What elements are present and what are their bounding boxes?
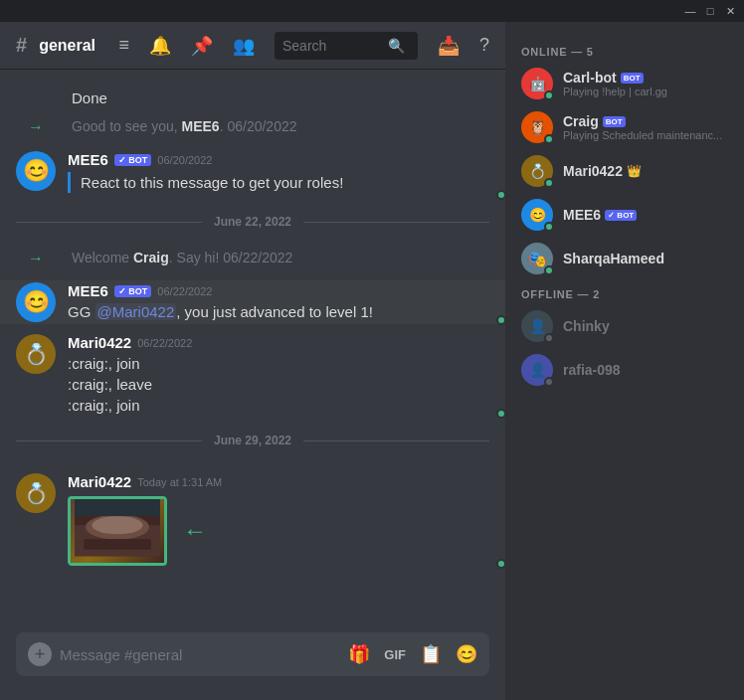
author-line: Mari0422 06/22/2022 — [68, 334, 489, 351]
channel-area: # general ≡ 🔔 📌 👥 🔍 📥 ? Done — [0, 22, 505, 700]
maximize-button[interactable]: □ — [704, 5, 716, 17]
system-message-row: → Good to see you, MEE6. 06/20/2022 — [0, 113, 505, 141]
system-message-text: Good to see you, MEE6. 06/20/2022 — [72, 117, 297, 137]
author-name: MEE6 — [68, 151, 108, 168]
avatar: 💍 — [16, 334, 56, 374]
image-thumbnail[interactable] — [68, 496, 167, 566]
date-divider: June 29, 2022 — [0, 418, 505, 463]
message-text: Done — [72, 88, 107, 108]
search-input[interactable] — [282, 38, 382, 54]
author-line: Mari0422 Today at 1:31 AM — [68, 473, 489, 490]
message-input[interactable] — [60, 646, 340, 663]
help-icon[interactable]: ? — [479, 35, 489, 56]
message-row: 😊 MEE6 ✓ BOT 06/20/2022 React to this me… — [0, 149, 505, 199]
members-icon[interactable]: 👥 — [233, 35, 255, 57]
search-bar[interactable]: 🔍 — [275, 32, 418, 60]
member-info: MEE6 ✓ BOT — [563, 207, 728, 223]
member-avatar: 💍 — [521, 155, 553, 187]
inbox-icon[interactable]: 📥 — [438, 35, 460, 57]
svg-point-3 — [92, 516, 142, 534]
member-bot-badge: BOT — [603, 116, 626, 127]
timestamp: Today at 1:31 AM — [137, 476, 222, 488]
member-avatar: 🎭 — [521, 243, 553, 274]
member-item[interactable]: 👤 rafia-098 — [513, 348, 736, 392]
message-content: MEE6 ✓ BOT 06/20/2022 React to this mess… — [68, 151, 489, 197]
timestamp: 06/22/2022 — [157, 285, 212, 297]
member-name: Carl-bot — [563, 70, 617, 86]
avatar: 💍 — [16, 473, 56, 513]
notifications-icon[interactable]: 🔔 — [149, 35, 171, 57]
message-row: 💍 Mari0422 06/22/2022 :craig:, join :cra… — [0, 332, 505, 418]
member-name: SharqaHameed — [563, 251, 664, 266]
system-arrow-icon: → — [28, 250, 44, 267]
member-name: MEE6 — [563, 207, 601, 223]
member-info: SharqaHameed — [563, 251, 728, 266]
member-item[interactable]: 🎭 SharqaHameed — [513, 237, 736, 280]
system-arrow-icon: → — [28, 118, 44, 136]
bot-badge: ✓ BOT — [114, 285, 152, 297]
add-attachment-button[interactable]: + — [28, 642, 52, 666]
message-content: MEE6 ✓ BOT 06/22/2022 GG @Mari0422, you … — [68, 282, 489, 322]
author-name: Mari0422 — [68, 334, 131, 351]
emoji-icon[interactable]: 😊 — [456, 643, 477, 665]
member-avatar: 🦉 — [521, 111, 553, 143]
member-info: Chinky — [563, 318, 728, 334]
image-arrow-icon: ← — [183, 517, 207, 545]
member-item[interactable]: 👤 Chinky — [513, 304, 736, 348]
channel-name: general — [39, 37, 95, 55]
divider-line — [16, 440, 202, 441]
divider-line — [303, 222, 489, 223]
message-row: 💍 Mari0422 Today at 1:31 AM — [0, 471, 505, 568]
svg-rect-4 — [84, 539, 151, 550]
offline-section-title: OFFLINE — 2 — [513, 280, 736, 304]
member-name-row: Carl-bot BOT — [563, 70, 728, 86]
message-input-area: + 🎁 GIF 📋 😊 — [0, 632, 505, 700]
divider-line — [303, 440, 489, 441]
image-preview-svg — [75, 496, 160, 559]
message-text: GG @Mari0422, you just advanced to level… — [68, 301, 489, 322]
threads-icon[interactable]: ≡ — [118, 35, 129, 56]
member-name: Craig — [563, 113, 599, 129]
image-attachment[interactable]: ← — [68, 496, 167, 566]
title-bar: — □ ✕ — [0, 0, 744, 22]
member-name-row: MEE6 ✓ BOT — [563, 207, 728, 223]
member-name-row: Chinky — [563, 318, 728, 334]
message-text: React to this message to get your roles! — [81, 174, 343, 191]
member-bot-badge: ✓ BOT — [605, 210, 637, 221]
channel-hash-icon: # — [16, 34, 27, 57]
member-avatar: 🤖 — [521, 68, 553, 99]
pin-icon[interactable]: 📌 — [191, 35, 213, 57]
date-divider-text: June 22, 2022 — [214, 215, 291, 229]
messages-area[interactable]: Done → Good to see you, MEE6. 06/20/2022… — [0, 70, 505, 632]
header-icons: ≡ 🔔 📌 👥 🔍 📥 ? — [118, 32, 489, 60]
role-message-container: React to this message to get your roles! — [68, 172, 489, 193]
input-icons: 🎁 GIF 📋 😊 — [348, 643, 477, 665]
member-item[interactable]: 💍 Mari0422 👑 — [513, 149, 736, 193]
member-item[interactable]: 🤖 Carl-bot BOT Playing !help | carl.gg — [513, 62, 736, 105]
message-row: 😊 MEE6 ✓ BOT 06/22/2022 GG @Mari0422, yo… — [0, 280, 505, 324]
member-item[interactable]: 🦉 Craig BOT Playing Scheduled maintenanc… — [513, 105, 736, 149]
gift-icon[interactable]: 🎁 — [348, 643, 370, 665]
member-bot-badge: BOT — [621, 73, 644, 84]
channel-header: # general ≡ 🔔 📌 👥 🔍 📥 ? — [0, 22, 505, 70]
gif-icon[interactable]: GIF — [384, 647, 406, 662]
message-input-bar: + 🎁 GIF 📋 😊 — [16, 632, 489, 676]
author-name: MEE6 — [68, 282, 108, 299]
member-item[interactable]: 😊 MEE6 ✓ BOT — [513, 193, 736, 237]
sticker-icon[interactable]: 📋 — [420, 643, 442, 665]
member-name-row: Craig BOT — [563, 113, 728, 129]
timestamp: 06/22/2022 — [137, 337, 192, 349]
message-content: Mari0422 Today at 1:31 AM — [68, 473, 489, 566]
search-icon: 🔍 — [388, 38, 405, 54]
member-info: Mari0422 👑 — [563, 163, 728, 179]
minimize-button[interactable]: — — [684, 5, 696, 17]
image-content — [71, 499, 164, 563]
app-body: # general ≡ 🔔 📌 👥 🔍 📥 ? Done — [0, 22, 744, 700]
date-divider-text: June 29, 2022 — [214, 434, 291, 447]
author-name: Mari0422 — [68, 473, 131, 490]
member-info: Craig BOT Playing Scheduled maintenanc..… — [563, 113, 728, 141]
date-divider: June 22, 2022 — [0, 199, 505, 245]
member-name-row: Mari0422 👑 — [563, 163, 728, 179]
avatar: 😊 — [16, 151, 56, 191]
close-button[interactable]: ✕ — [724, 5, 736, 17]
